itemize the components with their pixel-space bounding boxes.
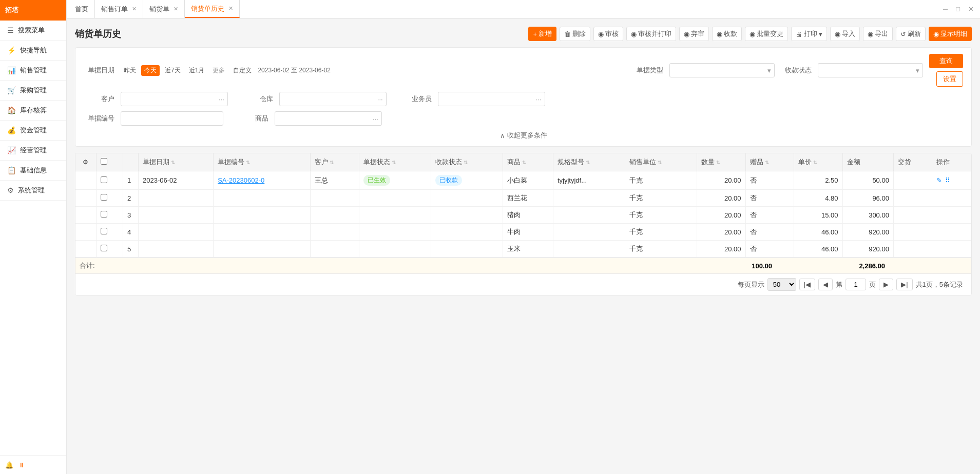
- close-sales-goods-tab[interactable]: ✕: [174, 6, 178, 12]
- sidebar-item-label: 快捷导航: [20, 46, 47, 55]
- td-doc-no-1[interactable]: SA-20230602-0: [214, 171, 311, 190]
- tab-home[interactable]: 首页: [69, 0, 95, 18]
- page-input[interactable]: [846, 279, 866, 290]
- sidebar-item-ops-mgmt[interactable]: 📈 经营管理: [0, 141, 66, 161]
- doc-no-input[interactable]: [121, 111, 223, 126]
- more-action-1[interactable]: ⠿: [945, 176, 950, 184]
- shortcut-1month[interactable]: 近1月: [186, 65, 208, 76]
- table-header: ⚙ 单据日期 ⇅ 单据编号 ⇅: [75, 153, 971, 171]
- last-page-button[interactable]: ▶|: [896, 279, 912, 290]
- tab-sales-order[interactable]: 销售订单 ✕: [95, 0, 143, 18]
- shortcut-more[interactable]: 更多: [209, 65, 228, 76]
- settings-button[interactable]: 设置: [936, 71, 963, 87]
- sidebar-item-label: 经营管理: [20, 146, 47, 155]
- sidebar-item-quick-nav[interactable]: ⚡ 快捷导航: [0, 41, 66, 61]
- customer-input[interactable]: ···: [121, 92, 228, 106]
- th-settings[interactable]: ⚙: [75, 153, 96, 171]
- shortcut-7days[interactable]: 近7天: [162, 65, 184, 76]
- close-sales-order-tab[interactable]: ✕: [132, 6, 137, 12]
- th-qty[interactable]: 数量 ⇅: [697, 153, 746, 171]
- next-page-button[interactable]: ▶: [879, 279, 893, 290]
- collect-status-dropdown-icon[interactable]: ▾: [913, 67, 923, 74]
- add-button[interactable]: + 新增: [528, 27, 556, 41]
- close-sales-history-tab[interactable]: ✕: [228, 5, 233, 12]
- shortcut-today[interactable]: 今天: [141, 65, 160, 76]
- warehouse-dots[interactable]: ···: [374, 95, 386, 103]
- staff-field[interactable]: [438, 93, 533, 105]
- th-spec[interactable]: 规格型号 ⇅: [553, 153, 625, 171]
- warehouse-input[interactable]: ···: [279, 92, 387, 106]
- th-customer[interactable]: 客户 ⇅: [311, 153, 359, 171]
- th-unit-price[interactable]: 单价 ⇅: [794, 153, 843, 171]
- shortcut-yesterday[interactable]: 昨天: [121, 65, 139, 76]
- row-checkbox-2[interactable]: [101, 194, 107, 201]
- refresh-button[interactable]: ↺ 刷新: [896, 27, 926, 41]
- tab-sales-history[interactable]: 销货单历史 ✕: [185, 0, 240, 18]
- warehouse-field[interactable]: [280, 93, 374, 105]
- prev-page-button[interactable]: ◀: [818, 279, 833, 290]
- sidebar-item-sales-mgmt[interactable]: 📊 销售管理: [0, 61, 66, 81]
- th-checkbox[interactable]: [96, 153, 123, 171]
- th-doc-status[interactable]: 单据状态 ⇅: [359, 153, 431, 171]
- query-button[interactable]: 查询: [929, 54, 963, 68]
- shortcut-custom[interactable]: 自定义: [230, 65, 255, 76]
- table-row: 2 西兰花 千克 20.00 否 4.80 96.00: [75, 190, 971, 207]
- audit-button[interactable]: ◉ 审核: [593, 27, 623, 41]
- window-maximize[interactable]: □: [952, 5, 964, 13]
- doc-type-field[interactable]: [670, 65, 764, 76]
- audit-print-button[interactable]: ◉ 审核并打印: [626, 27, 676, 41]
- staff-input[interactable]: ···: [438, 92, 545, 106]
- notification-icon[interactable]: 🔔: [5, 461, 13, 469]
- export-button[interactable]: ◉ 导出: [863, 27, 893, 41]
- select-all-checkbox[interactable]: [101, 158, 107, 165]
- window-minimize[interactable]: ─: [939, 5, 952, 13]
- print-button[interactable]: 🖨 打印 ▾: [791, 27, 827, 41]
- goods-field[interactable]: [275, 113, 370, 125]
- customer-field[interactable]: [121, 93, 216, 105]
- sidebar-item-purchase-mgmt[interactable]: 🛒 采购管理: [0, 81, 66, 101]
- footer-total-qty: 100.00: [526, 262, 772, 270]
- page-size-select[interactable]: 20 50 100: [767, 278, 796, 291]
- sidebar-item-fund-mgmt[interactable]: 💰 资金管理: [0, 121, 66, 141]
- import-button[interactable]: ◉ 导入: [830, 27, 860, 41]
- sidebar-item-basic-info[interactable]: 📋 基础信息: [0, 161, 66, 181]
- tab-sales-goods[interactable]: 销货单 ✕: [143, 0, 185, 18]
- abandon-button[interactable]: ◉ 弃审: [679, 27, 709, 41]
- pause-icon[interactable]: ⏸: [18, 461, 25, 469]
- window-close[interactable]: ✕: [964, 5, 978, 13]
- row-checkbox-5[interactable]: [101, 245, 107, 251]
- row-checkbox-1[interactable]: [101, 176, 107, 183]
- sidebar-item-search-menu[interactable]: ☰ 搜索菜单: [0, 21, 66, 41]
- td-gift-3: 否: [745, 207, 794, 224]
- th-goods[interactable]: 商品 ⇅: [503, 153, 553, 171]
- th-gift[interactable]: 赠品 ⇅: [745, 153, 794, 171]
- sidebar-item-inventory-calc[interactable]: 🏠 库存核算: [0, 101, 66, 121]
- refresh-icon: ↺: [900, 30, 906, 38]
- th-doc-date[interactable]: 单据日期 ⇅: [139, 153, 214, 171]
- customer-dots[interactable]: ···: [216, 95, 227, 103]
- collect-button[interactable]: ◉ 收款: [712, 27, 742, 41]
- row-checkbox-3[interactable]: [101, 211, 107, 218]
- collect-status-field[interactable]: [818, 65, 913, 76]
- show-detail-button[interactable]: ◉ 显示明细: [929, 27, 972, 41]
- delete-button[interactable]: 🗑 删除: [560, 27, 590, 41]
- staff-dots[interactable]: ···: [533, 95, 545, 103]
- collapse-button[interactable]: ∧ 收起更多条件: [84, 131, 963, 140]
- first-page-button[interactable]: |◀: [799, 279, 815, 290]
- sidebar: 拓塔 ☰ 搜索菜单 ⚡ 快捷导航 📊 销售管理 🛒 采购管理 🏠 库存核算 💰 …: [0, 0, 67, 474]
- th-collect-status[interactable]: 收款状态 ⇅: [431, 153, 503, 171]
- doc-type-input[interactable]: ▾: [669, 63, 775, 77]
- row-checkbox-4[interactable]: [101, 228, 107, 234]
- td-checkbox-1[interactable]: [96, 171, 123, 190]
- goods-dots[interactable]: ···: [370, 115, 381, 123]
- th-doc-no[interactable]: 单据编号 ⇅: [214, 153, 311, 171]
- sidebar-item-sys-mgmt[interactable]: ⚙ 系统管理: [0, 181, 66, 201]
- edit-action-1[interactable]: ✎: [936, 176, 942, 184]
- goods-input[interactable]: ···: [275, 111, 382, 126]
- sort-doc-status-icon: ⇅: [392, 160, 396, 165]
- th-unit[interactable]: 销售单位 ⇅: [625, 153, 697, 171]
- doc-type-dropdown-icon[interactable]: ▾: [764, 67, 774, 74]
- batch-change-button[interactable]: ◉ 批量变更: [745, 27, 788, 41]
- collect-status-input[interactable]: ▾: [818, 63, 923, 77]
- td-rownum-1: 1: [123, 171, 139, 190]
